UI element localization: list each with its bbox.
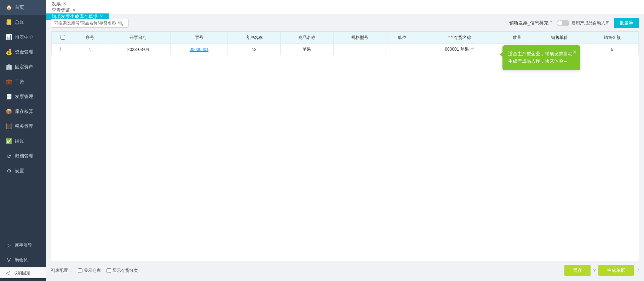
sidebar-icon-archive: 🗂 (6, 153, 12, 159)
toolbar-left: 🔍 (51, 19, 129, 28)
sidebar-label-settlement: 结账 (15, 138, 24, 144)
tooltip-close-button[interactable]: ✕ (573, 48, 577, 56)
col-header-date: 开票日期 (106, 32, 171, 44)
sidebar-label-tax: 税务管理 (15, 123, 33, 130)
sidebar-item-archive[interactable]: 🗂归档管理 (0, 149, 46, 164)
batch-import-button[interactable]: 批量导 (614, 18, 639, 28)
cell-num-0: 00000001 (170, 44, 228, 55)
tab-label-voucher: 查看凭证 (52, 7, 70, 13)
cell-seq-0: 1 (74, 44, 106, 55)
tab-label-invoice: 发票 (52, 1, 61, 7)
col-header-checkbox (52, 32, 74, 44)
sidebar-item-funds[interactable]: 💰资金管理 (0, 45, 46, 59)
col-header-unit: 单位 (386, 32, 418, 44)
tooltip-text: 适合生产型企业，销项发票自动生成产成品入库，快来体验～ (508, 51, 573, 64)
col-header-seq: 序号 (74, 32, 106, 44)
sidebar-label-funds: 资金管理 (15, 49, 33, 55)
sidebar-icon-payroll: 💼 (6, 79, 12, 85)
show-category-checkbox[interactable] (107, 268, 111, 273)
tab-close-invoice[interactable]: ✕ (63, 1, 66, 6)
sidebar-bottom-label-member: 畅会员 (15, 257, 28, 263)
select-all-checkbox[interactable] (61, 35, 65, 40)
save-button[interactable]: 暂存 (564, 265, 591, 276)
sidebar-icon-funds: 💰 (6, 49, 12, 55)
cell-inventory-0: 000001 苹果 个 (418, 44, 501, 55)
sidebar-bottom-icon-member: V (6, 257, 12, 263)
cell-customer-0: 12 (228, 44, 281, 55)
cell-product-0: 苹果 (281, 44, 333, 55)
main-area: 首页发票✕查看凭证✕销项发票生成库存单据✕ 🔍 销项发票_信息补充 ? 启用产成… (46, 0, 644, 281)
bottom-bar-right: 暂存 ? 生成单据 ? (564, 265, 639, 276)
col-header-inventory: * * 存货名称 (418, 32, 501, 44)
sidebar-item-assets[interactable]: 🏢固定资产 (0, 59, 46, 74)
config-label: 列表配置： (51, 268, 72, 274)
save-tip-icon[interactable]: ? (593, 268, 596, 273)
tooltip-popup: ✕ 适合生产型企业，销项发票自动生成产成品入库，快来体验～ (502, 45, 580, 70)
undo-fixed-button[interactable]: ◁ 取消固定 (0, 267, 46, 278)
show-category-label[interactable]: 显示存货分类 (107, 268, 138, 274)
sidebar: 🏠首页📒总账📊报表中心💰资金管理🏢固定资产💼工资🧾发票管理📦库存核算🧮税务管理✅… (0, 0, 46, 281)
sidebar-item-reports[interactable]: 📊报表中心 (0, 30, 46, 45)
toggle-label: 启用产成品自动入库 (571, 20, 610, 26)
tab-voucher[interactable]: 查看凭证✕ (46, 7, 109, 13)
undo-fixed-label: 取消固定 (13, 270, 30, 276)
toolbar-right: 销项发票_信息补充 ? 启用产成品自动入库 批量导 (509, 18, 639, 28)
sidebar-label-assets: 固定资产 (15, 64, 33, 70)
sidebar-label-invoice-mgmt: 发票管理 (15, 93, 33, 100)
sidebar-bottom: ▷新手引导V畅会员 ◁ 取消固定 (0, 235, 46, 281)
tab-bar: 首页发票✕查看凭证✕销项发票生成库存单据✕ (46, 0, 644, 14)
sidebar-label-reports: 报表中心 (15, 34, 33, 40)
col-header-qty: 数量 (501, 32, 533, 44)
toolbar: 🔍 销项发票_信息补充 ? 启用产成品自动入库 批量导 (51, 18, 639, 28)
sidebar-item-home[interactable]: 🏠首页 (0, 0, 46, 15)
sidebar-label-ledger: 总账 (15, 19, 24, 25)
tab-close-voucher[interactable]: ✕ (72, 8, 75, 12)
sidebar-item-tax[interactable]: 🧮税务管理 (0, 119, 46, 134)
generate-tip-icon[interactable]: ? (637, 268, 639, 273)
cell-model-0 (333, 44, 386, 55)
show-warehouse-label[interactable]: 显示仓库 (78, 268, 101, 274)
sidebar-icon-home: 🏠 (6, 4, 12, 11)
invoice-num-link-0[interactable]: 00000001 (190, 47, 208, 52)
col-header-num: 票号 (170, 32, 228, 44)
sidebar-icon-invoice-mgmt: 🧾 (6, 93, 12, 100)
sidebar-item-settings[interactable]: ⚙设置 (0, 164, 46, 178)
toggle-wrap: 启用产成品自动入库 (557, 20, 610, 26)
info-label-text: 销项发票_信息补充 (509, 20, 548, 26)
sidebar-item-ledger[interactable]: 📒总账 (0, 15, 46, 30)
sidebar-bottom-item-member[interactable]: V畅会员 (0, 253, 46, 267)
sidebar-icon-settings: ⚙ (6, 168, 12, 174)
show-category-text: 显示存货分类 (113, 268, 138, 274)
search-input[interactable] (54, 21, 118, 25)
sidebar-item-inventory[interactable]: 📦库存核算 (0, 104, 46, 119)
sidebar-icon-ledger: 📒 (6, 19, 12, 25)
sidebar-item-settlement[interactable]: ✅结账 (0, 134, 46, 149)
cell-date-0: 2023-03-04 (106, 44, 171, 55)
sidebar-item-payroll[interactable]: 💼工资 (0, 74, 46, 89)
sidebar-label-payroll: 工资 (15, 79, 24, 85)
sidebar-icon-assets: 🏢 (6, 64, 12, 70)
tab-invoice[interactable]: 发票✕ (46, 1, 109, 7)
show-warehouse-checkbox[interactable] (78, 268, 82, 273)
sidebar-bottom-icon-guide: ▷ (6, 242, 12, 248)
generate-button[interactable]: 生成单据 (598, 265, 634, 276)
search-box[interactable]: 🔍 (51, 19, 129, 28)
sidebar-label-archive: 归档管理 (15, 153, 33, 159)
sidebar-bottom-item-guide[interactable]: ▷新手引导 (0, 238, 46, 253)
sidebar-item-invoice-mgmt[interactable]: 🧾发票管理 (0, 89, 46, 104)
info-question-icon[interactable]: ? (550, 21, 552, 25)
sidebar-label-inventory: 库存核算 (15, 108, 33, 115)
bottom-bar: 列表配置： 显示仓库 显示存货分类 暂存 ? 生成单据 ? (51, 262, 639, 277)
sidebar-icon-tax: 🧮 (6, 123, 12, 130)
row-checkbox-0[interactable] (61, 47, 65, 51)
undo-icon: ◁ (5, 270, 11, 276)
info-label: 销项发票_信息补充 ? (509, 20, 552, 26)
cell-checkbox-0[interactable] (52, 44, 74, 55)
col-header-price: 销售单价 (533, 32, 586, 44)
col-header-customer: 客户名称 (228, 32, 281, 44)
auto-warehouse-toggle[interactable] (557, 20, 569, 26)
sidebar-label-settings: 设置 (15, 168, 24, 174)
sidebar-icon-reports: 📊 (6, 34, 12, 40)
sidebar-icon-inventory: 📦 (6, 108, 12, 115)
sidebar-bottom-label-guide: 新手引导 (15, 242, 32, 248)
